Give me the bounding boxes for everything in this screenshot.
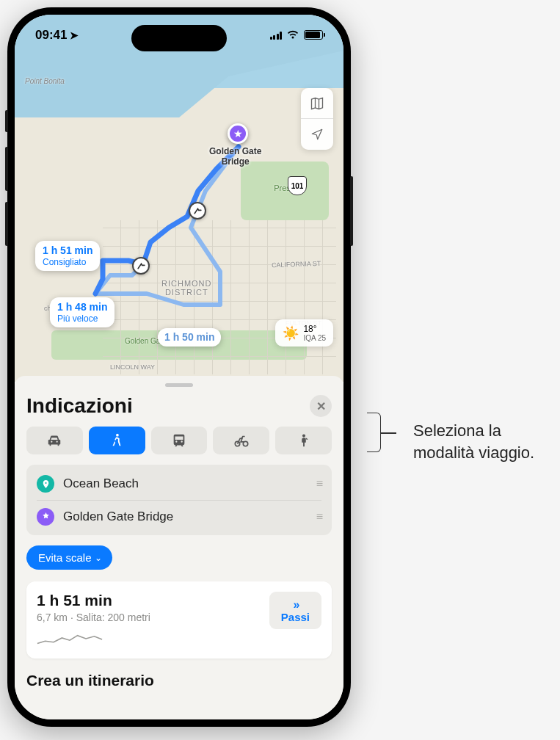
map-view[interactable]: Point Bonita Presidio RICHMOND DISTRICT …	[15, 15, 343, 382]
route-subtitle: 6,7 km · Salita: 200 metri	[37, 612, 261, 623]
annotation-callout: Seleziona la modalità viaggio.	[367, 414, 560, 463]
mute-switch[interactable]	[5, 110, 8, 132]
mode-bike-button[interactable]	[213, 427, 269, 454]
elevation-profile-chart	[37, 629, 103, 648]
filter-label: Evita scale	[38, 551, 92, 564]
phone-frame: 09:41 ➤ Point Bonita Presidio RICHMOND	[7, 7, 351, 727]
avoid-stairs-filter[interactable]: Evita scale ⌄	[26, 545, 112, 570]
svg-point-1	[235, 441, 239, 446]
stop-row-start[interactable]: Ocean Beach ≡	[37, 468, 321, 500]
mode-drive-button[interactable]	[26, 427, 83, 454]
cellular-signal-icon	[270, 31, 283, 40]
status-time: 09:41	[35, 28, 67, 43]
svg-point-3	[302, 435, 305, 438]
highway-shield-icon: 101	[288, 176, 307, 195]
close-button[interactable]: ✕	[310, 395, 332, 417]
sheet-title: Indicazioni	[26, 394, 133, 418]
forward-arrows-icon: »	[281, 599, 310, 611]
route-duration: 1 h 51 min	[37, 592, 261, 609]
steps-button[interactable]: » Passi	[269, 592, 321, 629]
turn-marker-icon	[132, 257, 150, 275]
turn-marker-icon	[189, 202, 206, 220]
weather-chip[interactable]: ☀️ 18° IQA 25	[275, 319, 333, 347]
directions-sheet[interactable]: Indicazioni ✕	[15, 376, 343, 719]
svg-point-0	[116, 434, 119, 437]
star-icon: ★	[233, 128, 243, 139]
route-badge-recommended[interactable]: 1 h 51 min Consigliato	[35, 241, 100, 271]
sheet-grabber[interactable]	[165, 383, 193, 387]
dynamic-island	[131, 25, 227, 51]
close-icon: ✕	[316, 399, 326, 413]
map-label-point-bonita: Point Bonita	[25, 77, 65, 85]
volume-up-button[interactable]	[5, 147, 8, 191]
stop-start-label: Ocean Beach	[63, 476, 308, 491]
volume-down-button[interactable]	[5, 202, 8, 246]
mode-transit-button[interactable]	[151, 427, 208, 454]
map-label-richmond: RICHMOND DISTRICT	[161, 279, 212, 297]
stop-end-label: Golden Gate Bridge	[63, 509, 308, 524]
destination-icon	[37, 508, 54, 526]
locate-me-button[interactable]	[301, 119, 333, 150]
sun-icon: ☀️	[283, 325, 299, 341]
callout-text: Seleziona la modalità viaggio.	[413, 420, 560, 463]
screen: 09:41 ➤ Point Bonita Presidio RICHMOND	[15, 15, 343, 719]
route-badge-alt[interactable]: 1 h 50 min	[158, 328, 221, 347]
power-button[interactable]	[350, 176, 353, 246]
map-mode-button[interactable]	[301, 88, 333, 119]
mode-walk-button[interactable]	[89, 427, 145, 454]
origin-icon	[37, 475, 54, 493]
location-arrow-icon: ➤	[70, 29, 79, 41]
travel-mode-selector	[26, 427, 332, 454]
battery-icon	[304, 30, 323, 40]
map-label-lincoln: LINCOLN WAY	[110, 363, 155, 371]
map-controls	[301, 88, 333, 150]
create-itinerary-link[interactable]: Crea un itinerario	[26, 669, 332, 692]
drag-handle-icon[interactable]: ≡	[316, 510, 321, 523]
stop-row-end[interactable]: Golden Gate Bridge ≡	[37, 500, 321, 532]
mode-rideshare-button[interactable]	[275, 427, 332, 454]
route-stops-card: Ocean Beach ≡ Golden Gate Bridge ≡	[26, 465, 332, 535]
route-result-card[interactable]: 1 h 51 min 6,7 km · Salita: 200 metri » …	[26, 581, 332, 659]
drag-handle-icon[interactable]: ≡	[316, 477, 321, 490]
destination-pin[interactable]: ★	[228, 123, 250, 145]
destination-label: Golden Gate Bridge	[209, 147, 261, 167]
wifi-icon	[286, 28, 299, 43]
chevron-down-icon: ⌄	[95, 553, 102, 563]
route-badge-fastest[interactable]: 1 h 48 min Più veloce	[50, 297, 114, 327]
